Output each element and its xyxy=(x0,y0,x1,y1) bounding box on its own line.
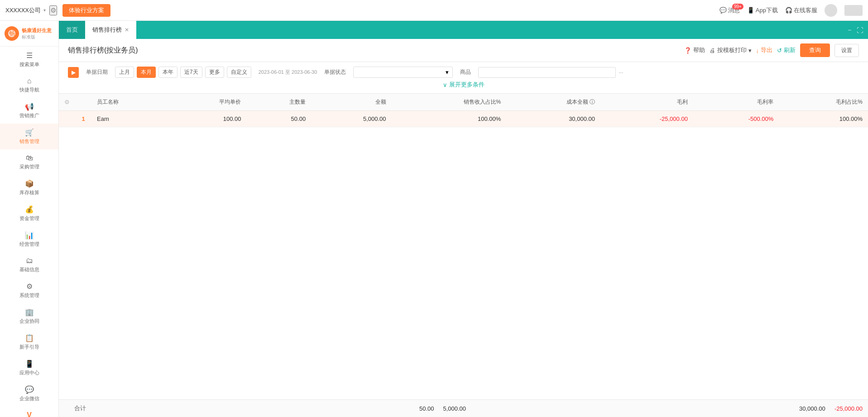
message-button[interactable]: 💬 消息 99+ xyxy=(719,6,740,14)
help-button[interactable]: ❓ 帮助 xyxy=(684,46,705,54)
tab-close-icon[interactable]: ✕ xyxy=(125,27,129,33)
th-settings[interactable]: ⚙ xyxy=(59,94,75,111)
avatar[interactable] xyxy=(825,4,837,17)
th-profit-rate: 毛利率 xyxy=(693,94,779,111)
home-icon: ⌂ xyxy=(27,77,32,85)
top-bar: XXXXXX公司 ▾ ⚙ 体验行业方案 💬 消息 99+ 📱 App下载 🎧 在… xyxy=(0,0,868,21)
sidebar-item-guide[interactable]: 📋 新手引导 xyxy=(0,329,58,355)
export-button[interactable]: ↓ 导出 xyxy=(756,46,773,54)
expand-conditions-button[interactable]: ∨ 展开更多条件 xyxy=(443,81,484,89)
print-icon: 🖨 xyxy=(710,47,715,54)
trial-button[interactable]: 体验行业方案 xyxy=(62,4,110,17)
th-name: 员工名称 xyxy=(91,94,169,111)
column-settings-icon[interactable]: ⚙ xyxy=(64,99,70,105)
footer-qty: 50.00 xyxy=(419,405,434,412)
status-select[interactable]: ▾ xyxy=(353,67,453,78)
logo-text-block: 畅康通好生意 标准版 xyxy=(22,27,52,40)
sidebar: 畅 畅康通好生意 标准版 ☰ 搜索菜单 ⌂ 快捷导航 📢 营销推广 🛒 销售管理… xyxy=(0,21,59,417)
sidebar-item-enterprise[interactable]: 🏢 企业协同 xyxy=(0,303,58,329)
tab-sales-rank[interactable]: 销售排行榜 ✕ xyxy=(85,21,136,39)
sidebar-item-inventory[interactable]: 📦 库存核算 xyxy=(0,175,58,201)
tab-home[interactable]: 首页 xyxy=(59,21,85,39)
date-curr-month-btn[interactable]: 本月 xyxy=(137,67,156,78)
date-filter-options: 上月 本月 本年 近7天 更多 自定义 xyxy=(115,67,251,78)
tab-home-label: 首页 xyxy=(66,26,78,34)
settings-button[interactable]: 设置 xyxy=(834,44,859,57)
page-title: 销售排行榜(按业务员) xyxy=(68,46,684,55)
date-more-btn[interactable]: 更多 xyxy=(205,67,224,78)
company-selector[interactable]: XXXXXX公司 ▾ xyxy=(5,6,46,14)
footer-cost: 30,000.00 xyxy=(799,405,825,412)
maximize-icon[interactable]: ⛶ xyxy=(857,26,863,34)
tab-right-actions: － ⛶ xyxy=(846,26,868,34)
footer-amount: 5,000.00 xyxy=(443,405,466,412)
app-download-button[interactable]: 📱 App下载 xyxy=(747,6,778,14)
sidebar-item-label: 销售管理 xyxy=(19,138,39,145)
message-icon: 💬 xyxy=(719,7,727,14)
footer-total-label: 合计 xyxy=(64,404,86,412)
print-button[interactable]: 🖨 按模板打印 ▾ xyxy=(710,46,752,54)
table-wrap: ⚙ 员工名称 平均单价 主数量 全额 销售收入占比% 成本全额 ⓘ 毛利 毛利率… xyxy=(59,94,868,399)
sidebar-item-label: 库存核算 xyxy=(19,189,39,196)
goods-filter: ··· xyxy=(478,67,623,78)
date-range-text: 2023-06-01 至 2023-06-30 xyxy=(259,69,317,76)
td-name: Eam xyxy=(91,111,169,127)
sidebar-item-label: 新手引导 xyxy=(19,344,39,350)
sidebar-item-label: 企业微信 xyxy=(19,395,39,402)
sidebar-item-purchase[interactable]: 🛍 采购管理 xyxy=(0,149,58,175)
th-profit: 毛利 xyxy=(600,94,693,111)
sidebar-item-system[interactable]: ⚙ 系统管理 xyxy=(0,278,58,303)
select-chevron-icon: ▾ xyxy=(446,69,449,76)
user-name-placeholder xyxy=(844,5,863,16)
logo-icon: 畅 xyxy=(5,26,19,41)
export-icon: ↓ xyxy=(756,47,759,54)
date-custom-btn[interactable]: 自定义 xyxy=(227,67,251,78)
td-qty: 50.00 xyxy=(246,111,311,127)
sidebar-item-label: 采购管理 xyxy=(19,163,39,170)
sidebar-item-search[interactable]: ☰ 搜索菜单 xyxy=(0,47,58,72)
query-button[interactable]: 查询 xyxy=(800,43,830,57)
page-header: 销售排行榜(按业务员) ❓ 帮助 🖨 按模板打印 ▾ ↓ 导出 ↺ 刷新 xyxy=(59,39,868,62)
th-profit-pct: 毛利占比% xyxy=(779,94,868,111)
goods-label: 商品 xyxy=(460,68,471,76)
sidebar-item-marketing[interactable]: 📢 营销推广 xyxy=(0,98,58,124)
filter-toggle-button[interactable]: ▶ xyxy=(68,67,79,78)
sidebar-item-vip[interactable]: V 畅会员 xyxy=(0,407,58,417)
td-avg-price: 100.00 xyxy=(169,111,246,127)
sidebar-item-wechat[interactable]: 💬 企业微信 xyxy=(0,381,58,407)
sidebar-item-shortcuts[interactable]: ⌂ 快捷导航 xyxy=(0,72,58,98)
sidebar-item-sales[interactable]: 🛒 销售管理 xyxy=(0,124,58,149)
sidebar-item-operations[interactable]: 📊 经营管理 xyxy=(0,226,58,252)
td-sales-pct: 100.00% xyxy=(392,111,507,127)
tab-bar: 首页 销售排行榜 ✕ － ⛶ xyxy=(59,21,868,39)
date-7days-btn[interactable]: 近7天 xyxy=(180,67,202,78)
th-sales-pct: 销售收入占比% xyxy=(392,94,507,111)
th-qty: 主数量 xyxy=(246,94,311,111)
td-settings xyxy=(59,111,75,127)
goods-more-icon[interactable]: ··· xyxy=(619,69,623,76)
settings-icon[interactable]: ⚙ xyxy=(49,5,57,15)
table-header: ⚙ 员工名称 平均单价 主数量 全额 销售收入占比% 成本全额 ⓘ 毛利 毛利率… xyxy=(59,94,868,111)
sidebar-item-basic[interactable]: 🗂 基础信息 xyxy=(0,252,58,278)
date-prev-month-btn[interactable]: 上月 xyxy=(115,67,134,78)
enterprise-icon: 🏢 xyxy=(25,308,34,316)
online-service-button[interactable]: 🎧 在线客服 xyxy=(785,6,817,14)
footer-profit: -25,000.00 xyxy=(834,405,863,412)
sidebar-item-label: 资金管理 xyxy=(19,215,39,222)
logo-area: 畅 畅康通好生意 标准版 xyxy=(0,21,58,47)
td-profit-rate: -500.00% xyxy=(693,111,779,127)
print-chevron-icon: ▾ xyxy=(748,47,752,54)
chevron-down-icon: ▾ xyxy=(43,8,46,13)
sidebar-item-label: 搜索菜单 xyxy=(19,61,39,68)
sidebar-item-label: 快捷导航 xyxy=(19,86,39,93)
sidebar-item-label: 应用中心 xyxy=(19,369,39,376)
td-profit: -25,000.00 xyxy=(600,111,693,127)
goods-input[interactable] xyxy=(478,67,616,78)
minimize-icon[interactable]: － xyxy=(846,26,853,34)
app-label: App下载 xyxy=(756,6,778,14)
sidebar-item-finance[interactable]: 💰 资金管理 xyxy=(0,201,58,226)
refresh-button[interactable]: ↺ 刷新 xyxy=(777,46,796,54)
date-year-btn[interactable]: 本年 xyxy=(158,67,177,78)
sidebar-item-apps[interactable]: 📱 应用中心 xyxy=(0,355,58,381)
apps-icon: 📱 xyxy=(25,359,34,368)
